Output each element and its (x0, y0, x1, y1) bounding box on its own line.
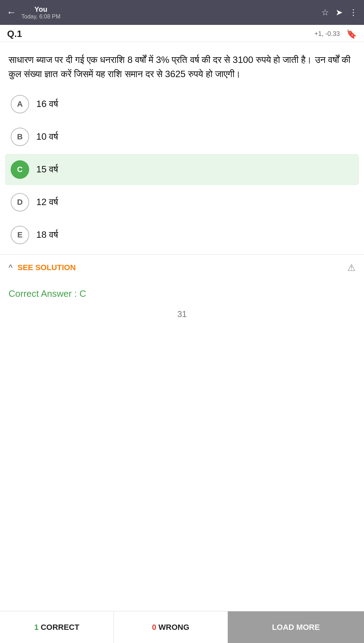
you-label: You (34, 5, 47, 14)
option-a-text: 16 वर्ष (36, 98, 58, 109)
see-solution-button[interactable]: SEE SOLUTION (17, 263, 76, 272)
option-d-circle: D (11, 193, 29, 211)
options-list: A 16 वर्ष B 10 वर्ष C 15 वर्ष D 12 वर्ष … (0, 89, 364, 251)
wrong-label: WRONG (159, 623, 189, 632)
option-e-text: 18 वर्ष (36, 229, 58, 240)
correct-count: 1 (34, 623, 38, 632)
bookmark-icon[interactable]: 🔖 (346, 29, 357, 39)
solution-left: ^ SEE SOLUTION (9, 263, 76, 273)
option-e-circle: E (11, 226, 29, 244)
question-number: Q.1 (7, 28, 22, 39)
correct-answer: Correct Answer : C (0, 281, 364, 303)
option-d-text: 12 वर्ष (36, 197, 58, 208)
wrong-count: 0 (152, 623, 156, 632)
option-b-text: 10 वर्ष (36, 131, 58, 142)
load-more-button[interactable]: LOAD MORE (228, 611, 364, 643)
solution-row: ^ SEE SOLUTION ⚠ (0, 254, 364, 281)
bottom-bar: 1 CORRECT 0 WRONG LOAD MORE (0, 611, 364, 643)
correct-segment[interactable]: 1 CORRECT (0, 611, 114, 643)
more-icon[interactable]: ⋮ (349, 7, 358, 17)
top-bar-left: ← You Today, 6:08 PM (6, 5, 60, 20)
option-b[interactable]: B 10 वर्ष (5, 121, 359, 152)
option-a[interactable]: A 16 वर्ष (5, 89, 359, 120)
option-c-text: 15 वर्ष (36, 164, 58, 175)
back-button[interactable]: ← (6, 7, 16, 18)
warning-icon[interactable]: ⚠ (347, 262, 355, 273)
chevron-up-icon[interactable]: ^ (9, 263, 12, 273)
top-bar-center: You Today, 6:08 PM (21, 5, 60, 20)
option-a-circle: A (11, 95, 29, 113)
top-bar-right: ☆ ➤ ⋮ (321, 7, 358, 17)
star-icon[interactable]: ☆ (321, 7, 329, 17)
wrong-segment[interactable]: 0 WRONG (114, 611, 228, 643)
load-more-label: LOAD MORE (272, 623, 320, 632)
top-bar: ← You Today, 6:08 PM ☆ ➤ ⋮ (0, 0, 364, 25)
share-icon[interactable]: ➤ (336, 7, 343, 17)
score-label: +1, -0.33 (314, 30, 340, 38)
question-text: साधारण ब्याज पर दी गई एक धनराशि 8 वर्षों… (0, 42, 364, 89)
option-d[interactable]: D 12 वर्ष (5, 187, 359, 218)
page-number: 31 (0, 303, 364, 323)
time-label: Today, 6:08 PM (21, 14, 60, 20)
q-row: Q.1 +1, -0.33 🔖 (0, 25, 364, 42)
option-b-circle: B (11, 128, 29, 146)
option-c-circle: C (11, 160, 29, 179)
option-c[interactable]: C 15 वर्ष (5, 154, 359, 185)
option-e[interactable]: E 18 वर्ष (5, 219, 359, 251)
correct-label: CORRECT (41, 623, 79, 632)
